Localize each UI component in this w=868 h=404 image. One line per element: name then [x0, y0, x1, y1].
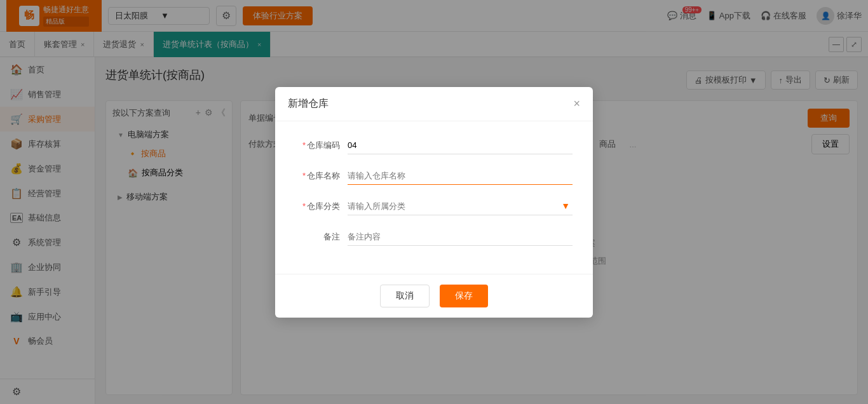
warehouse-code-row: *仓库编码 — [295, 137, 573, 154]
modal-footer: 取消 保存 — [275, 274, 593, 318]
warehouse-category-input[interactable] — [348, 198, 559, 215]
required-mark-name: * — [302, 171, 306, 180]
warehouse-name-label: *仓库名称 — [295, 170, 340, 182]
warehouse-category-row: *仓库分类 ▼ — [295, 198, 573, 215]
modal-title: 新增仓库 — [288, 97, 329, 111]
warehouse-remarks-input[interactable] — [348, 228, 573, 246]
modal-body: *仓库编码 *仓库名称 *仓库分类 ▼ — [275, 121, 593, 274]
warehouse-remarks-label: 备注 — [295, 231, 340, 243]
warehouse-code-input[interactable] — [348, 137, 573, 154]
modal-header: 新增仓库 × — [275, 87, 593, 121]
required-mark-code: * — [302, 140, 306, 150]
cancel-button[interactable]: 取消 — [380, 285, 430, 307]
new-warehouse-modal: 新增仓库 × *仓库编码 *仓库名称 *仓库分类 — [275, 87, 593, 318]
warehouse-category-label: *仓库分类 — [295, 201, 340, 212]
warehouse-name-row: *仓库名称 — [295, 167, 573, 185]
required-mark-category: * — [302, 201, 306, 211]
warehouse-category-select[interactable]: ▼ — [348, 198, 573, 215]
warehouse-code-label: *仓库编码 — [295, 140, 340, 151]
category-dropdown-icon[interactable]: ▼ — [559, 201, 573, 211]
warehouse-name-input[interactable] — [348, 167, 573, 185]
modal-overlay[interactable]: 新增仓库 × *仓库编码 *仓库名称 *仓库分类 — [0, 0, 868, 404]
save-button[interactable]: 保存 — [440, 285, 488, 307]
modal-close-icon[interactable]: × — [573, 97, 580, 111]
warehouse-remarks-row: 备注 — [295, 228, 573, 246]
